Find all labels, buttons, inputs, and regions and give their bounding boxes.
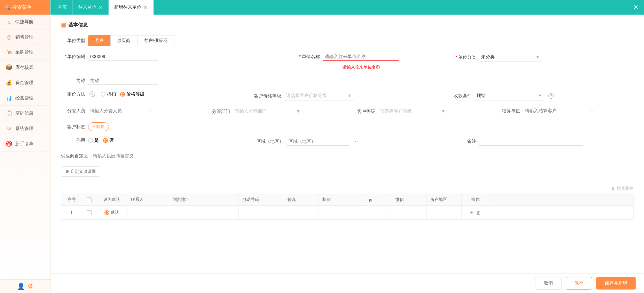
sidebar-item-finance[interactable]: 💰 资金管理	[0, 75, 50, 90]
window-close-button[interactable]: ✕	[629, 3, 643, 11]
row-contact-input[interactable]	[131, 210, 165, 215]
table-header: 序号 设为默认 联系人 到货地址 电话号码 传真	[61, 194, 633, 206]
department-select[interactable]: 请输入分管部门 ▼	[233, 107, 303, 116]
manager-input[interactable]	[88, 107, 144, 115]
header-checkbox[interactable]	[87, 197, 92, 202]
no-radio-circle	[103, 138, 108, 143]
th-check[interactable]	[82, 194, 96, 205]
manager-more-btn[interactable]: ···	[147, 108, 154, 114]
row-phone-input[interactable]	[242, 210, 280, 215]
price-level-select[interactable]: 请选择客户价格等级 ▼	[284, 91, 354, 100]
row-email[interactable]	[319, 206, 364, 219]
sidebar-item-sales[interactable]: ◎ 销售管理	[0, 30, 50, 45]
region-input[interactable]	[286, 137, 349, 146]
unit-category-select[interactable]: 未分类 ▼	[479, 52, 542, 62]
row-default-radio[interactable]: 默认	[104, 210, 119, 215]
row-add-btn[interactable]: +	[470, 210, 473, 216]
disabled-yes-radio[interactable]: 是	[88, 137, 99, 144]
row-delete-btn[interactable]: 🗑	[476, 210, 481, 215]
remark-label: 备注	[452, 138, 476, 145]
sidebar-search[interactable]: 🔍 搜索菜单	[0, 0, 50, 15]
settlement-input[interactable]	[523, 107, 586, 115]
custom-settings-button[interactable]: ⚙ 自定义项设置	[61, 166, 100, 177]
region-field: 区域（地区） ···	[257, 137, 438, 146]
save-button[interactable]: 保存	[566, 277, 592, 290]
unit-btn-supplier[interactable]: 供应商	[110, 35, 137, 46]
sidebar-item-label: 销售管理	[15, 34, 33, 40]
payment-help-icon[interactable]: ?	[548, 93, 554, 99]
row-qq-input[interactable]	[368, 210, 388, 215]
row-email-input[interactable]	[322, 210, 360, 215]
unit-btn-customer[interactable]: 客户	[88, 35, 110, 46]
supplier-custom-input[interactable]	[91, 152, 160, 160]
save-new-button[interactable]: 保存并新增	[596, 277, 636, 290]
payment-terms-select[interactable]: 现结 ▼	[474, 91, 544, 100]
sidebar-item-operations[interactable]: 📊 经营管理	[0, 90, 50, 106]
finance-icon: 💰	[6, 79, 13, 86]
pricing-level-radio[interactable]: 价格等级	[120, 91, 144, 97]
row-qq[interactable]	[364, 206, 392, 219]
row-default[interactable]: 默认	[96, 206, 127, 219]
bulk-delete-area: 🗑 批量删除	[61, 184, 634, 194]
customer-level-chevron: ▼	[441, 109, 446, 114]
pricing-help-icon[interactable]: ?	[89, 91, 95, 97]
unit-code-input[interactable]	[88, 52, 158, 61]
row-contact[interactable]	[127, 206, 169, 219]
row-default-label: 默认	[111, 210, 119, 215]
row-region-input[interactable]	[430, 210, 458, 215]
department-chevron: ▼	[296, 109, 300, 114]
unit-type-row: 单位类型 客户 供应商 客户/供应商	[61, 35, 634, 46]
add-tag-button[interactable]: + 标签	[88, 122, 109, 131]
row-phone[interactable]	[239, 206, 284, 219]
unit-code-label: *单位编码	[61, 54, 85, 60]
sidebar-item-quick-nav[interactable]: ⌂ 快捷导航	[0, 15, 50, 30]
row-checkbox[interactable]	[87, 210, 92, 215]
pricing-row: 定价方法 ? 折扣 价格等级 客户价格等级 请选择客户价格等级	[61, 91, 634, 100]
cancel-button[interactable]: 取消	[535, 277, 561, 290]
sidebar-item-purchase[interactable]: 🛍 采购管理	[0, 45, 50, 60]
unit-code-row: *单位编码 *单位名称 请输入往来单位名称 *单位分类	[61, 52, 634, 70]
unit-type-field: 单位类型 客户 供应商 客户/供应商	[61, 35, 634, 46]
sidebar-item-inventory[interactable]: 📦 库存核算	[0, 60, 50, 75]
settlement-more-btn[interactable]: ···	[588, 108, 596, 114]
th-seq: 序号	[61, 194, 82, 205]
row-fax[interactable]	[284, 206, 319, 219]
row-wechat[interactable]	[392, 206, 427, 219]
row-op: + 🗑	[462, 206, 489, 219]
row-check[interactable]	[82, 206, 96, 219]
region-more-btn[interactable]: ···	[352, 138, 359, 145]
unit-name-input[interactable]	[323, 52, 399, 61]
pricing-discount-radio[interactable]: 折扣	[101, 91, 116, 97]
discount-radio-circle	[101, 92, 105, 97]
sidebar-item-system[interactable]: ⚙ 系统管理	[0, 121, 50, 136]
short-name-input[interactable]	[88, 76, 158, 85]
row-wechat-input[interactable]	[395, 210, 423, 215]
section-info-icon: ▣	[61, 22, 66, 28]
row-address[interactable]	[169, 206, 239, 219]
disabled-no-radio[interactable]: 否	[103, 137, 114, 144]
tag-label: 客户标签	[61, 124, 85, 130]
settings-icon[interactable]: ⚙	[28, 283, 33, 290]
unit-category-value: 未分类	[481, 54, 495, 60]
unit-btn-both[interactable]: 客户/供应商	[137, 35, 174, 46]
tab-home[interactable]: 首页	[52, 0, 73, 15]
user-icon[interactable]: 👤	[17, 283, 25, 290]
payment-terms-value: 现结	[477, 92, 486, 99]
tab-partners-close[interactable]: ✕	[99, 5, 103, 10]
row-address-input[interactable]	[173, 210, 235, 215]
tab-new-partner-close[interactable]: ✕	[143, 5, 148, 10]
price-level-field: 客户价格等级 请选择客户价格等级 ▼	[254, 91, 440, 100]
sidebar-item-label: 系统管理	[15, 125, 33, 132]
tab-partners[interactable]: 往来单位 ✕	[73, 0, 109, 15]
tab-new-partner[interactable]: 新增往来单位 ✕	[109, 0, 154, 15]
remark-input[interactable]	[479, 137, 583, 146]
row-fax-input[interactable]	[288, 210, 315, 215]
customer-level-select[interactable]: 请选择客户等级 ▼	[378, 107, 448, 116]
sidebar-item-basics[interactable]: 📋 基础信息	[0, 106, 50, 121]
manager-row: 分管人员 ··· 分管部门 请输入分管部门 ▼ 客户等级 请选择客户等级 ▼	[61, 107, 634, 116]
row-region[interactable]	[427, 206, 462, 219]
manager-field: 分管人员 ···	[61, 107, 199, 115]
customer-level-label: 客户等级	[351, 108, 375, 115]
disabled-label: 停用	[61, 137, 85, 144]
sidebar-item-guide[interactable]: 🎯 新手引导	[0, 136, 50, 152]
